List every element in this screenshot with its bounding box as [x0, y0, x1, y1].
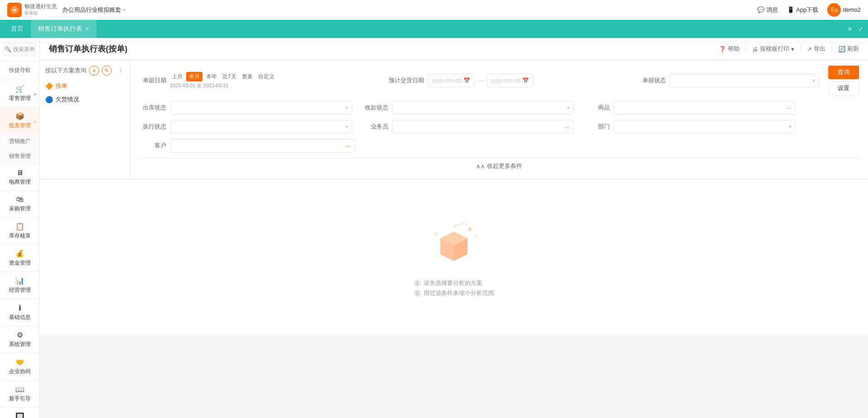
- window-close-btn[interactable]: ✕: [846, 25, 854, 33]
- sidebar-item-retail[interactable]: 🛒 零售管理 ▶: [0, 80, 39, 107]
- message-btn[interactable]: 💬 消息: [757, 6, 778, 14]
- filter-add-btn[interactable]: +: [89, 66, 99, 76]
- help-label: 帮助: [728, 45, 740, 53]
- expected-date-start[interactable]: yyyy-mm-dd 📅: [428, 74, 474, 87]
- filter-edit-btn[interactable]: ✎: [102, 66, 112, 76]
- sidebar: 🔍 搜索菜单 快捷导航 🛒 零售管理 ▶ 📦 批发管理 ▲: [0, 38, 40, 418]
- help-btn[interactable]: ❓ 帮助: [719, 45, 740, 53]
- export-icon: ↗: [807, 46, 812, 52]
- breadcrumb: 办公用品行业模拟账套 ▾: [62, 6, 126, 14]
- date-tab-7days[interactable]: 近7天: [221, 72, 238, 81]
- sidebar-item-basic[interactable]: ℹ 基础信息: [0, 299, 39, 326]
- print-btn[interactable]: 🖨 按模板打印 ▾: [752, 45, 794, 53]
- customer-label: 客户: [139, 142, 166, 150]
- breadcrumb-arrow[interactable]: ▾: [123, 7, 126, 13]
- page-title: 销售订单执行表(按单): [49, 43, 127, 54]
- tab-close-icon[interactable]: ✕: [85, 26, 90, 32]
- avatar: Ea: [827, 3, 841, 17]
- execution-arrow-icon: ▾: [345, 124, 348, 130]
- filter-row-3: 执行状态 ▾ 业务员 ···: [139, 120, 859, 133]
- sidebar-item-marketing[interactable]: 营销推广: [0, 134, 39, 149]
- tab-home[interactable]: 首页: [4, 20, 31, 38]
- sidebar-section-operations: 📊 经营管理: [0, 272, 39, 299]
- filter-panel: 按以下方案查询 + ✎ 《: [40, 60, 868, 180]
- message-icon: 💬: [757, 6, 764, 13]
- tab-sales-order[interactable]: 销售订单执行表 ✕: [31, 20, 97, 38]
- breadcrumb-text: 办公用品行业模拟账套: [62, 6, 121, 14]
- settings-btn[interactable]: 设置: [828, 81, 859, 95]
- sidebar-item-ecommerce[interactable]: 🖥 电商管理: [0, 164, 39, 190]
- filter-item-by-order[interactable]: 🔶 按单: [40, 79, 130, 93]
- sidebar-item-operations[interactable]: 📊 经营管理: [0, 272, 39, 299]
- logo-icon: [7, 3, 22, 17]
- payment-select[interactable]: ▾: [392, 101, 574, 114]
- sidebar-sales-label: 销售管理: [9, 152, 31, 160]
- customer-ellipsis-icon[interactable]: ···: [346, 142, 351, 149]
- sidebar-item-finance[interactable]: 💰 资金管理: [0, 245, 39, 271]
- sidebar-item-system[interactable]: ⚙ 系统管理: [0, 326, 39, 353]
- sidebar-item-ecommerce-label: 电商管理: [9, 178, 31, 186]
- filter-collapse-sidebar-btn[interactable]: 《: [114, 66, 124, 76]
- sidebar-search-btn[interactable]: 🔍 搜索菜单: [4, 43, 36, 56]
- date-tab-this-year[interactable]: 本年: [204, 72, 219, 81]
- salesperson-input[interactable]: ···: [392, 120, 574, 133]
- date-tab-last-month[interactable]: 上月: [170, 72, 184, 81]
- main-layout: 🔍 搜索菜单 快捷导航 🛒 零售管理 ▶ 📦 批发管理 ▲: [0, 38, 868, 418]
- filter-sidebar-header: 按以下方案查询 + ✎ 《: [40, 66, 130, 79]
- sidebar-item-finance-label: 资金管理: [9, 259, 31, 267]
- refresh-btn[interactable]: 🔄 刷新: [838, 45, 859, 53]
- collapse-more-btn[interactable]: ∧∧ 收起更多条件: [476, 162, 522, 170]
- print-arrow-icon: ▾: [791, 46, 794, 52]
- status-label: 单据状态: [639, 76, 666, 85]
- sidebar-marketing-label: 营销推广: [9, 138, 31, 145]
- date-tab-more[interactable]: 更多: [240, 72, 255, 81]
- collapse-icon: 《: [117, 67, 122, 75]
- goods-input[interactable]: ···: [613, 101, 796, 114]
- collapse-up-icon: ∧∧: [476, 163, 485, 170]
- filter-item-debt[interactable]: 🔵 欠货情况: [40, 93, 130, 106]
- export-btn[interactable]: ↗ 导出: [807, 45, 826, 53]
- sidebar-section-wholesale: 📦 批发管理 ▲ 营销推广 销售管理: [0, 107, 39, 164]
- sidebar-item-purchase[interactable]: 🛍 采购管理: [0, 191, 39, 217]
- page-header: 销售订单执行表(按单) ❓ 帮助 | 🖨 按模板打印 ▾ | ↗ 导出 |: [40, 38, 868, 60]
- svg-point-5: [468, 228, 472, 231]
- sidebar-item-inventory[interactable]: 📋 库存核算: [0, 218, 39, 244]
- system-icon: ⚙: [17, 331, 23, 339]
- sidebar-section-system: ⚙ 系统管理: [0, 326, 39, 353]
- empty-state: 1 请先选择要分析的方案 2 用过滤条件来缩小分析范围: [40, 180, 868, 335]
- sidebar-section-enterprise: 🤝 企业协同: [0, 353, 39, 380]
- date-tab-custom[interactable]: 自定义: [256, 72, 276, 81]
- app-download-btn[interactable]: 📱 App下载: [787, 6, 818, 14]
- sidebar-item-quick-nav[interactable]: 快捷导航: [0, 64, 39, 77]
- warehouse-select[interactable]: ▾: [170, 101, 352, 114]
- execution-select[interactable]: ▾: [170, 120, 352, 133]
- sidebar-section-ecommerce: 🖥 电商管理: [0, 164, 39, 191]
- date-label: 单据日期: [139, 76, 166, 85]
- sidebar-search-label: 搜索菜单: [13, 46, 35, 53]
- sidebar-item-enterprise[interactable]: 🤝 企业协同: [0, 353, 39, 380]
- salesperson-ellipsis-icon[interactable]: ···: [565, 123, 570, 130]
- date-tab-this-month[interactable]: 本月: [186, 72, 203, 81]
- search-btn[interactable]: 查询: [828, 66, 859, 79]
- sidebar-item-apps[interactable]: 🔲 应用中心: [0, 408, 39, 418]
- window-maximize-btn[interactable]: ⤢: [857, 25, 864, 33]
- sidebar-section-finance: 💰 资金管理: [0, 245, 39, 272]
- goods-ellipsis-icon[interactable]: ···: [786, 104, 792, 111]
- filter-field-warehouse: 出库状态 ▾: [139, 101, 352, 114]
- payment-label: 收款状态: [361, 104, 388, 112]
- sidebar-item-sales[interactable]: 销售管理: [0, 149, 39, 164]
- status-select[interactable]: ▾: [670, 74, 819, 87]
- department-select[interactable]: ▾: [613, 120, 796, 133]
- sidebar-item-newuser[interactable]: 📖 新手引导: [0, 380, 39, 407]
- expected-start-placeholder: yyyy-mm-dd: [432, 77, 461, 84]
- step2-text: 用过滤条件来缩小分析范围: [424, 289, 494, 297]
- expected-date-end[interactable]: yyyy-mm-dd 📅: [487, 74, 533, 87]
- logo-area: 畅捷通好生意 标准版: [7, 3, 57, 17]
- sidebar-section-newuser: 📖 新手引导: [0, 380, 39, 408]
- top-bar: 畅捷通好生意 标准版 办公用品行业模拟账套 ▾ 💬 消息 📱 App下载 Ea …: [0, 0, 868, 20]
- user-menu[interactable]: Ea demo2: [827, 3, 861, 17]
- filter-content: 单据日期 上月 本月 本年 近7天 更多 自定义 20: [130, 60, 868, 179]
- retail-arrow-icon: ▶: [34, 91, 38, 96]
- customer-input[interactable]: ···: [170, 139, 355, 152]
- sidebar-item-wholesale[interactable]: 📦 批发管理 ▲: [0, 107, 39, 134]
